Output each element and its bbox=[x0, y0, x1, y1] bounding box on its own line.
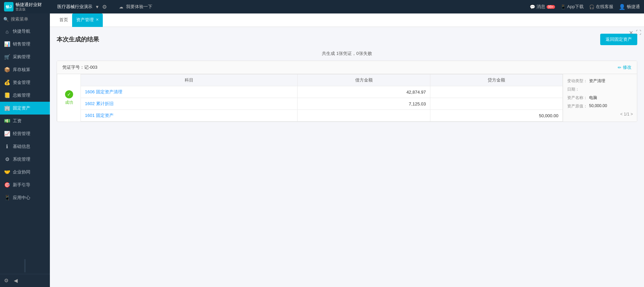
payroll-icon: 💵 bbox=[4, 118, 10, 124]
col-credit: 贷方金额 bbox=[430, 74, 562, 86]
tab-home-label: 首页 bbox=[59, 17, 68, 23]
message-label: 消息 bbox=[536, 4, 545, 10]
guide-icon: 🎯 bbox=[4, 182, 10, 188]
original-value-label: 资产原值： bbox=[567, 103, 589, 109]
trending-icon: 📈 bbox=[4, 131, 10, 137]
sidebar-item-label: 工资 bbox=[13, 118, 22, 124]
sidebar-item-ledger[interactable]: 📒 总账管理 bbox=[0, 89, 50, 102]
book-icon: 📒 bbox=[4, 92, 10, 98]
sidebar-item-sales[interactable]: 📊 销售管理 bbox=[0, 38, 50, 51]
page-title-row: 本次生成的结果 返回固定资产 bbox=[57, 34, 637, 45]
sidebar-item-fixed-assets[interactable]: 🏢 固定资产 bbox=[0, 102, 50, 115]
sidebar-item-label: 采购管理 bbox=[13, 54, 30, 60]
collapse-icon[interactable]: ◀ bbox=[14, 278, 18, 284]
sidebar-item-label: 应用中心 bbox=[13, 195, 30, 201]
top-header: 畅J 畅捷通好业财 普及版 医疗器械行业演示 ▼ ⚙ ☁ 我要体验一下 💬 消息… bbox=[0, 0, 644, 13]
user-name: 畅捷通 bbox=[627, 4, 640, 10]
change-type-value: 资产清理 bbox=[589, 78, 605, 84]
row1-debit: 42,874.97 bbox=[298, 86, 430, 98]
main-layout: 🔍 搜索菜单 ⌂ 快捷导航 📊 销售管理 🛒 采购管理 📦 库存核算 💰 资金管… bbox=[0, 13, 644, 287]
asset-name-label: 资产名称： bbox=[567, 95, 589, 101]
app-download-label: App下载 bbox=[567, 4, 584, 10]
online-service-label: 在线客服 bbox=[596, 4, 613, 10]
settings-footer-icon[interactable]: ⚙ bbox=[4, 278, 8, 284]
money-icon: 💰 bbox=[4, 79, 10, 86]
building-icon: 🏢 bbox=[4, 105, 10, 111]
sidebar-item-enterprise[interactable]: 🤝 企业协同 bbox=[0, 166, 50, 179]
voucher-block: 凭证字号：记-003 ✏ 修改 ✓ 成功 bbox=[57, 61, 637, 122]
sidebar-item-label: 经营管理 bbox=[13, 131, 30, 137]
sidebar-item-quick-nav[interactable]: ⌂ 快捷导航 bbox=[0, 25, 50, 38]
original-value-value: 50,000.00 bbox=[589, 103, 607, 109]
content-area: 首页 资产管理 ✕ 本次生成的结果 返回固定资产 共生成 1张凭证，0张失败 凭… bbox=[50, 13, 644, 287]
table-row: 1606 固定资产清理 42,874.97 bbox=[81, 86, 563, 98]
sidebar-search[interactable]: 🔍 搜索菜单 bbox=[0, 13, 50, 25]
sidebar-item-label: 快捷导航 bbox=[13, 28, 30, 34]
info-date: 日期： bbox=[567, 87, 633, 92]
success-icon: ✓ bbox=[65, 90, 73, 98]
sidebar-item-purchase[interactable]: 🛒 采购管理 bbox=[0, 51, 50, 63]
sidebar-item-funds[interactable]: 💰 资金管理 bbox=[0, 76, 50, 89]
tab-asset-mgmt-label: 资产管理 bbox=[76, 17, 94, 23]
row2-credit bbox=[430, 98, 562, 110]
sidebar-item-system[interactable]: ⚙ 系统管理 bbox=[0, 153, 50, 166]
info-original-value: 资产原值： 50,000.00 bbox=[567, 103, 633, 109]
header-right: 💬 消息 99+ 📱 App下载 🎧 在线客服 👤 畅捷通 bbox=[530, 4, 640, 10]
sidebar-item-basic-info[interactable]: ℹ 基础信息 bbox=[0, 140, 50, 153]
logo-area: 畅J 畅捷通好业财 普及版 bbox=[4, 2, 54, 11]
table-row: 1601 固定资产 50,000.00 bbox=[81, 110, 563, 122]
cart-icon: 🛒 bbox=[4, 54, 10, 60]
voucher-serial: 凭证字号：记-003 bbox=[62, 64, 97, 70]
success-col: ✓ 成功 bbox=[57, 74, 81, 122]
logo-main: 畅捷通好业财 bbox=[16, 2, 42, 7]
expand-panel-icon[interactable]: ⛶ bbox=[636, 30, 641, 36]
row1-subject[interactable]: 1606 固定资产清理 bbox=[81, 86, 298, 98]
app-icon: 📱 bbox=[4, 195, 10, 201]
settings-icon[interactable]: ⚙ bbox=[102, 4, 107, 10]
tab-home[interactable]: 首页 bbox=[55, 13, 72, 27]
asset-name-value: 电脑 bbox=[589, 95, 597, 101]
sidebar-item-operations[interactable]: 📈 经营管理 bbox=[0, 127, 50, 140]
page-title: 本次生成的结果 bbox=[57, 35, 99, 43]
voucher-header: 凭证字号：记-003 ✏ 修改 bbox=[57, 61, 637, 74]
sidebar-item-label: 资金管理 bbox=[13, 79, 30, 86]
change-type-label: 变动类型： bbox=[567, 78, 589, 84]
edit-btn[interactable]: ✏ 修改 bbox=[618, 64, 632, 70]
tab-close-icon[interactable]: ✕ bbox=[96, 18, 99, 22]
pagination[interactable]: < 1/1 > bbox=[567, 112, 633, 117]
header-middle: 医疗器械行业演示 ▼ ⚙ ☁ 我要体验一下 bbox=[54, 4, 530, 10]
experience-btn[interactable]: 我要体验一下 bbox=[126, 4, 152, 10]
message-item[interactable]: 💬 消息 99+ bbox=[530, 4, 555, 10]
table-row: 1602 累计折旧 7,125.03 bbox=[81, 98, 563, 110]
col-debit: 借方金额 bbox=[298, 74, 430, 86]
info-icon: ℹ bbox=[4, 144, 10, 150]
prev-icon[interactable]: < bbox=[620, 112, 623, 117]
close-panel-icon[interactable]: ✕ bbox=[629, 30, 633, 36]
headset-icon: 🎧 bbox=[589, 4, 594, 9]
app-download-item[interactable]: 📱 App下载 bbox=[560, 4, 584, 10]
user-item[interactable]: 👤 畅捷通 bbox=[619, 4, 640, 10]
logo-text: 畅捷通好业财 普及版 bbox=[16, 2, 42, 11]
chevron-down-icon[interactable]: ▼ bbox=[95, 4, 99, 9]
panel-icons: ✕ ⛶ bbox=[629, 30, 641, 36]
row2-subject[interactable]: 1602 累计折旧 bbox=[81, 98, 298, 110]
sidebar-item-payroll[interactable]: 💵 工资 bbox=[0, 115, 50, 127]
online-service-item[interactable]: 🎧 在线客服 bbox=[589, 4, 613, 10]
pagination-text: 1/1 bbox=[624, 112, 631, 117]
sidebar-item-app-center[interactable]: 📱 应用中心 bbox=[0, 191, 50, 204]
tab-asset-mgmt[interactable]: 资产管理 ✕ bbox=[72, 13, 103, 27]
sidebar-item-guide[interactable]: 🎯 新手引导 bbox=[0, 179, 50, 191]
page-content: 本次生成的结果 返回固定资产 共生成 1张凭证，0张失败 凭证字号：记-003 … bbox=[50, 27, 644, 287]
sidebar-item-label: 新手引导 bbox=[13, 182, 30, 188]
voucher-table: 科目 借方金额 贷方金额 1606 固定资产清理 42,874.97 bbox=[81, 74, 563, 122]
cloud-icon: ☁ bbox=[119, 4, 123, 9]
sidebar-item-inventory[interactable]: 📦 库存核算 bbox=[0, 63, 50, 76]
message-badge: 99+ bbox=[547, 5, 555, 9]
next-icon[interactable]: > bbox=[631, 112, 633, 117]
sidebar-item-label: 库存核算 bbox=[13, 67, 30, 73]
row3-subject[interactable]: 1601 固定资产 bbox=[81, 110, 298, 122]
logo-sub: 普及版 bbox=[16, 7, 42, 11]
company-name[interactable]: 医疗器械行业演示 bbox=[57, 4, 92, 10]
success-label: 成功 bbox=[65, 100, 73, 105]
sidebar-item-label: 固定资产 bbox=[13, 105, 30, 111]
